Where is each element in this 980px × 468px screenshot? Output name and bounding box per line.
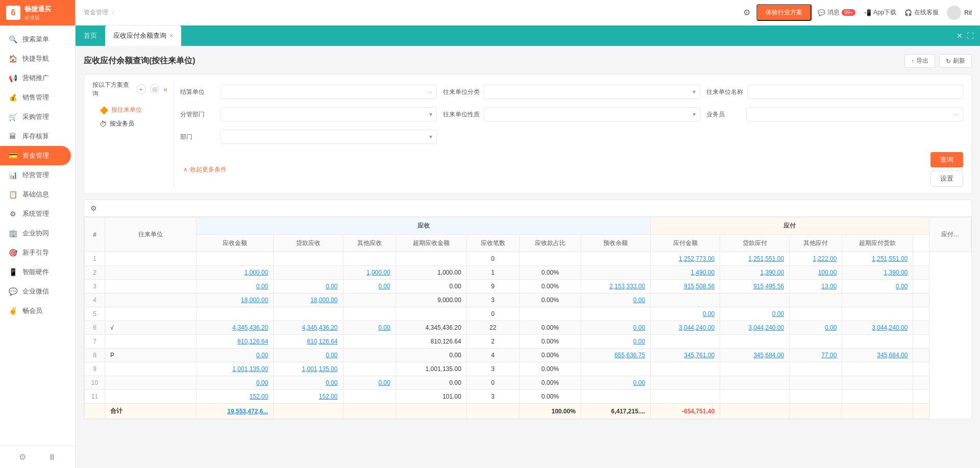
query-template-button[interactable]: ◎ — [150, 84, 160, 94]
query-button[interactable]: 查询 — [930, 152, 963, 167]
cell-other_payable[interactable]: 13.00 — [790, 280, 842, 293]
cell-payable_amount[interactable]: 3,044,240.00 — [650, 321, 720, 335]
cell-loan_payable[interactable]: 345,684.00 — [720, 349, 790, 362]
cell-advance_balance[interactable]: 0.00 — [581, 293, 650, 307]
cell-receivable_amount[interactable]: 810,126.64 — [197, 335, 274, 349]
cell-loan_receivable[interactable]: 1,001,135.00 — [274, 362, 343, 376]
cell-payable_amount[interactable]: 345,761.00 — [650, 349, 720, 362]
sidebar-item-quick-nav[interactable]: 🏠 快捷导航 — [0, 49, 75, 68]
cell-advance_balance[interactable]: 0.00 — [581, 376, 650, 390]
cell-other_receivable[interactable]: 0.00 — [343, 376, 396, 390]
footer-receivable-amount[interactable]: 19,553,472,6... — [197, 404, 274, 419]
table-settings-icon[interactable]: ⚙ — [90, 204, 97, 212]
cell-loan_payable[interactable] — [720, 362, 790, 376]
cell-loan_receivable[interactable] — [274, 307, 343, 321]
cell-overdue_payable[interactable] — [842, 335, 913, 349]
sidebar-item-purchase[interactable]: 🛒 采购管理 — [0, 107, 75, 127]
cell-payable_amount[interactable] — [650, 335, 720, 349]
sidebar-item-basic-info[interactable]: 📋 基础信息 — [0, 185, 75, 204]
sidebar-item-guide[interactable]: 🎯 新手引导 — [0, 243, 75, 262]
cell-overdue_payable[interactable] — [842, 307, 913, 321]
cell-payable_amount[interactable]: 1,490.00 — [650, 266, 720, 280]
cell-advance_balance[interactable]: 2,153,333.00 — [581, 280, 650, 293]
cell-loan_receivable[interactable]: 18,000.00 — [274, 293, 343, 307]
cell-receivable_amount[interactable] — [197, 252, 274, 266]
cell-other_payable[interactable] — [790, 293, 842, 307]
cell-loan_payable[interactable] — [720, 293, 790, 307]
cell-advance_balance[interactable]: 0.00 — [581, 321, 650, 335]
cell-other_payable[interactable]: 100.00 — [790, 266, 842, 280]
cell-receivable_amount[interactable]: 4,345,436.20 — [197, 321, 274, 335]
cell-other_receivable[interactable] — [343, 390, 396, 404]
tab-ar-ap[interactable]: 应收应付余额查询 × — [105, 26, 181, 46]
cell-advance_balance[interactable]: 655,636.75 — [581, 349, 650, 362]
cell-overdue_payable[interactable]: 1,251,551.00 — [842, 252, 913, 266]
online-service-button[interactable]: 🎧 在线客服 — [904, 8, 939, 17]
filter-name-input[interactable] — [747, 85, 963, 99]
cell-receivable_amount[interactable]: 0.00 — [197, 280, 274, 293]
filter-nature-input[interactable]: ▾ — [484, 107, 700, 121]
cell-receivable_amount[interactable]: 1,001,135.00 — [197, 362, 274, 376]
cell-loan_receivable[interactable]: 0.00 — [274, 349, 343, 362]
query-add-button[interactable]: + — [136, 84, 146, 94]
cell-overdue_payable[interactable] — [842, 362, 913, 376]
sidebar-item-smart-device[interactable]: 📱 智能硬件 — [0, 262, 75, 282]
cell-overdue_payable[interactable]: 0.00 — [842, 280, 913, 293]
cell-receivable_amount[interactable]: 152.00 — [197, 390, 274, 404]
cell-payable_amount[interactable] — [650, 376, 720, 390]
cell-other_payable[interactable] — [790, 362, 842, 376]
sidebar-item-capital[interactable]: 💳 资金管理 — [0, 146, 71, 165]
cell-overdue_payable[interactable] — [842, 376, 913, 390]
cell-advance_balance[interactable] — [581, 266, 650, 280]
cell-other_receivable[interactable] — [343, 293, 396, 307]
sidebar-item-sales[interactable]: 💰 销售管理 — [0, 88, 75, 107]
tab-expand-button[interactable]: ⛶ — [967, 32, 974, 40]
cell-loan_receivable[interactable]: 4,345,436.20 — [274, 321, 343, 335]
sidebar-item-search-menu[interactable]: 🔍 搜索菜单 — [0, 30, 75, 49]
cell-other_payable[interactable]: 0.00 — [790, 321, 842, 335]
header-settings-button[interactable]: ⚙ — [743, 8, 750, 17]
cell-payable_amount[interactable]: 0.00 — [650, 307, 720, 321]
cell-overdue_payable[interactable]: 3,044,240.00 — [842, 321, 913, 335]
cell-advance_balance[interactable] — [581, 390, 650, 404]
cell-overdue_payable[interactable]: 1,390.00 — [842, 266, 913, 280]
cell-loan_receivable[interactable] — [274, 252, 343, 266]
sidebar-item-member[interactable]: ✌ 畅会员 — [0, 301, 75, 321]
cell-loan_receivable[interactable] — [274, 266, 343, 280]
query-collapse-button[interactable]: « — [163, 85, 167, 93]
cell-other_payable[interactable]: 77.00 — [790, 349, 842, 362]
promo-button[interactable]: 体验行业方案 — [756, 4, 812, 21]
cell-loan_receivable[interactable]: 0.00 — [274, 376, 343, 390]
cell-other_receivable[interactable] — [343, 335, 396, 349]
cell-advance_balance[interactable]: 0.00 — [581, 335, 650, 349]
settings-button[interactable]: 设置 — [930, 170, 963, 187]
cell-loan_receivable[interactable]: 0.00 — [274, 280, 343, 293]
user-menu[interactable]: Rit — [947, 6, 972, 20]
cell-loan_payable[interactable] — [720, 390, 790, 404]
cell-loan_payable[interactable] — [720, 335, 790, 349]
cell-overdue_payable[interactable] — [842, 293, 913, 307]
tab-close-all-button[interactable]: ✕ — [957, 32, 963, 40]
cell-receivable_amount[interactable]: 0.00 — [197, 376, 274, 390]
sidebar-item-inventory[interactable]: 🏛 库存核算 — [0, 127, 75, 146]
filter-category-input[interactable]: ▾ — [484, 85, 700, 99]
cell-loan_payable[interactable]: 0.00 — [720, 307, 790, 321]
cell-payable_amount[interactable] — [650, 390, 720, 404]
filter-settlement-input[interactable]: ··· — [220, 85, 437, 99]
cell-receivable_amount[interactable]: 1,000.00 — [197, 266, 274, 280]
expand-more-button[interactable]: ∧ 收起更多条件 — [180, 162, 230, 177]
messages-button[interactable]: 💬 消息 99+ — [818, 8, 855, 17]
cell-other_receivable[interactable]: 0.00 — [343, 321, 396, 335]
cell-other_receivable[interactable] — [343, 307, 396, 321]
cell-loan_payable[interactable]: 3,044,240.00 — [720, 321, 790, 335]
cell-other_payable[interactable] — [790, 376, 842, 390]
cell-advance_balance[interactable] — [581, 252, 650, 266]
sidebar-collapse-button[interactable]: ⏸ — [48, 453, 56, 462]
cell-overdue_payable[interactable] — [842, 390, 913, 404]
cell-payable_amount[interactable]: 1,252,773.00 — [650, 252, 720, 266]
cell-other_receivable[interactable] — [343, 349, 396, 362]
cell-payable_amount[interactable] — [650, 362, 720, 376]
cell-receivable_amount[interactable] — [197, 307, 274, 321]
filter-dept-input[interactable]: ▾ — [220, 107, 437, 121]
filter-dept2-input[interactable]: ▾ — [220, 130, 437, 144]
